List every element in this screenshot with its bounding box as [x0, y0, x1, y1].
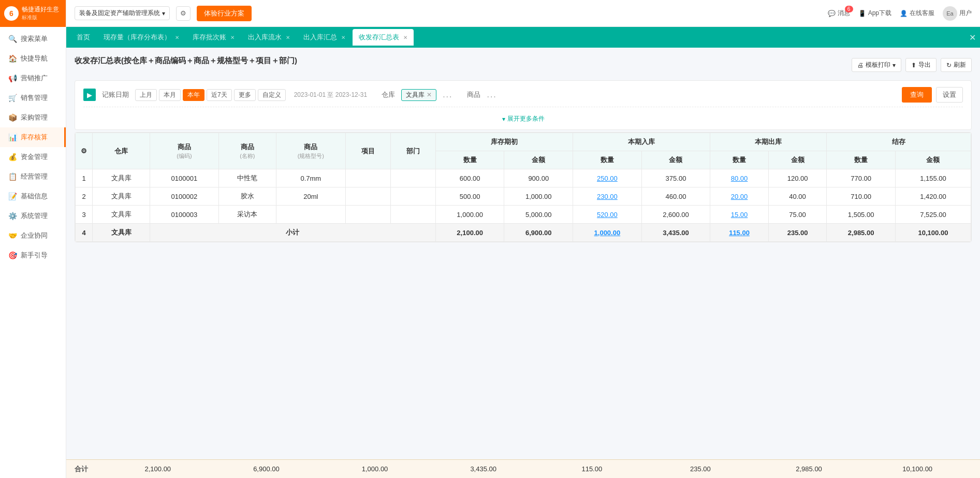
cell-code: 0100003: [150, 206, 219, 224]
cell-project: [345, 169, 390, 187]
app-download-button[interactable]: 📱 App下载: [858, 9, 891, 18]
settings-button[interactable]: 设置: [936, 87, 963, 103]
date-btn-custom[interactable]: 自定义: [258, 89, 286, 101]
th-close-amt: 金额: [895, 151, 971, 169]
sidebar-item-quick-nav[interactable]: 🏠快捷导航: [0, 49, 66, 68]
expand-icon: ▾: [502, 115, 505, 123]
cell-in-amt: 460.00: [641, 187, 710, 206]
cell-out-amt: 40.00: [768, 187, 827, 206]
table-container: ⚙ 仓库 商品(编码) 商品(名称) 商品(规格型号) 项目 部门 库存期初 本…: [75, 132, 972, 242]
system-selector[interactable]: 装备及固定资产辅助管理系统 ▾: [75, 6, 170, 20]
cell-sub-open-amt: 6,900.00: [504, 224, 573, 242]
sidebar-item-label: 企业协同: [21, 231, 48, 240]
filter-section: ▶ 记账日期 上月 本月 本年 近7天 更多 自定义 2023-01-01 至 …: [75, 80, 972, 130]
date-btn-last-month[interactable]: 上月: [135, 89, 157, 101]
sidebar-item-purchase[interactable]: 📦采购管理: [0, 108, 66, 127]
goods-more[interactable]: ...: [487, 90, 496, 99]
warehouse-label: 仓库: [382, 90, 395, 99]
cell-warehouse: 文具库: [93, 169, 150, 187]
sidebar-item-label: 搜索菜单: [21, 34, 48, 44]
sales-icon: 🛒: [8, 94, 17, 102]
refresh-button[interactable]: ↻ 刷新: [941, 58, 972, 72]
cell-sub-in-qty[interactable]: 1,000.00: [573, 224, 642, 242]
content-area: 收发存汇总表(按仓库＋商品编码＋商品＋规格型号＋项目＋部门) 🖨 模板打印 ▾ …: [66, 48, 980, 459]
header-right: 💬 消息 6 📱 App下载 👤 在线客服 Ea 用户: [828, 6, 972, 21]
date-btn-this-year[interactable]: 本年: [183, 89, 204, 101]
sidebar-item-label: 库存核算: [21, 133, 48, 142]
th-close-qty: 数量: [827, 151, 896, 169]
sidebar-item-enterprise[interactable]: 🤝企业协同: [0, 226, 66, 245]
cell-open-amt: 1,000.00: [504, 187, 573, 206]
online-service-button[interactable]: 👤 在线客服: [900, 9, 934, 18]
logo-icon: 6: [4, 6, 19, 21]
tab-home[interactable]: 首页: [70, 29, 96, 46]
cell-sub-out-qty[interactable]: 115.00: [710, 224, 769, 242]
total-out-qty: 115.00: [538, 465, 647, 473]
tab-collect-summary[interactable]: 收发存汇总表 ✕: [353, 29, 414, 46]
tab-inventory-dist[interactable]: 现存量（库存分布表） ✕: [97, 29, 185, 46]
expand-conditions-button[interactable]: ▾ 展开更多条件: [502, 114, 545, 123]
sidebar-item-finance[interactable]: 💰资金管理: [0, 147, 66, 167]
tab-bar-close-button[interactable]: ✕: [969, 33, 976, 42]
cell-in-qty[interactable]: 520.00: [573, 206, 642, 224]
th-out-amt: 金额: [768, 151, 827, 169]
sidebar-item-basic-info[interactable]: 📝基础信息: [0, 186, 66, 206]
sidebar-item-guide[interactable]: 🎯新手引导: [0, 245, 66, 265]
th-open-qty: 数量: [435, 151, 504, 169]
filter-expand-arrow[interactable]: ▶: [83, 89, 96, 101]
sidebar-item-system[interactable]: ⚙️系统管理: [0, 206, 66, 226]
sidebar-item-inventory[interactable]: 📊库存核算: [0, 127, 66, 147]
cell-close-amt: 1,420.00: [895, 187, 971, 206]
tab-inout-summary[interactable]: 出入库汇总 ✕: [297, 29, 352, 46]
date-btn-7days[interactable]: 近7天: [207, 89, 232, 101]
messages-button[interactable]: 💬 消息 6: [828, 9, 850, 18]
th-in-qty: 数量: [573, 151, 642, 169]
th-gear[interactable]: ⚙: [76, 133, 93, 169]
try-industry-button[interactable]: 体验行业方案: [197, 6, 252, 21]
cell-sub-in-amt: 3,435.00: [641, 224, 710, 242]
tab-close-icon[interactable]: ✕: [341, 35, 345, 40]
tab-close-icon[interactable]: ✕: [175, 35, 179, 40]
query-button[interactable]: 查询: [902, 87, 932, 103]
page-content: 收发存汇总表(按仓库＋商品编码＋商品＋规格型号＋项目＋部门) 🖨 模板打印 ▾ …: [66, 48, 980, 251]
user-menu[interactable]: Ea 用户: [943, 6, 972, 21]
cell-open-amt: 5,000.00: [504, 206, 573, 224]
tab-close-icon[interactable]: ✕: [286, 35, 290, 40]
main-area: 装备及固定资产辅助管理系统 ▾ ⚙ 体验行业方案 💬 消息 6 📱 App下载 …: [66, 0, 980, 478]
tab-inout-flow[interactable]: 出入库流水 ✕: [242, 29, 296, 46]
th-goods-code: 商品(编码): [150, 133, 219, 169]
tab-close-icon[interactable]: ✕: [230, 35, 235, 40]
cell-out-qty[interactable]: 80.00: [710, 169, 769, 187]
sidebar-item-sales[interactable]: 🛒销售管理: [0, 88, 66, 108]
warehouse-tag-close[interactable]: ✕: [427, 91, 432, 98]
cell-sub-seq: 4: [76, 224, 93, 242]
th-open-amt: 金额: [504, 151, 573, 169]
cell-out-amt: 75.00: [768, 206, 827, 224]
sidebar-item-label: 经营管理: [21, 172, 48, 181]
warehouse-more[interactable]: ...: [443, 90, 452, 99]
gear-button[interactable]: ⚙: [176, 6, 191, 21]
cell-out-qty[interactable]: 20.00: [710, 187, 769, 206]
date-range-text: 2023-01-01 至 2023-12-31: [294, 91, 367, 99]
tab-close-icon-active[interactable]: ✕: [403, 35, 407, 40]
cell-sub-close-amt: 10,100.00: [895, 224, 971, 242]
sidebar-item-marketing[interactable]: 📢营销推广: [0, 68, 66, 88]
sidebar-item-label: 系统管理: [21, 211, 48, 221]
date-btn-more[interactable]: 更多: [234, 89, 256, 101]
sidebar-item-label: 营销推广: [21, 74, 48, 83]
sidebar-item-operations[interactable]: 📋经营管理: [0, 167, 66, 186]
cell-spec: 0.7mm: [276, 169, 345, 187]
cell-out-qty[interactable]: 15.00: [710, 206, 769, 224]
print-button[interactable]: 🖨 模板打印 ▾: [852, 58, 901, 72]
sidebar-item-search[interactable]: 🔍搜索菜单: [0, 29, 66, 49]
date-btn-this-month[interactable]: 本月: [159, 89, 181, 101]
message-icon: 💬: [828, 10, 836, 17]
cell-in-qty[interactable]: 250.00: [573, 169, 642, 187]
date-label: 记账日期: [102, 90, 129, 99]
export-button[interactable]: ⬆ 导出: [905, 58, 937, 72]
cell-in-qty[interactable]: 230.00: [573, 187, 642, 206]
tab-batch-ledger[interactable]: 库存批次账 ✕: [186, 29, 241, 46]
cell-open-qty: 600.00: [435, 169, 504, 187]
subtotal-row: 4 文具库 小计 2,100.00 6,900.00 1,000.00 3,43…: [76, 224, 971, 242]
th-in-group: 本期入库: [573, 133, 710, 151]
